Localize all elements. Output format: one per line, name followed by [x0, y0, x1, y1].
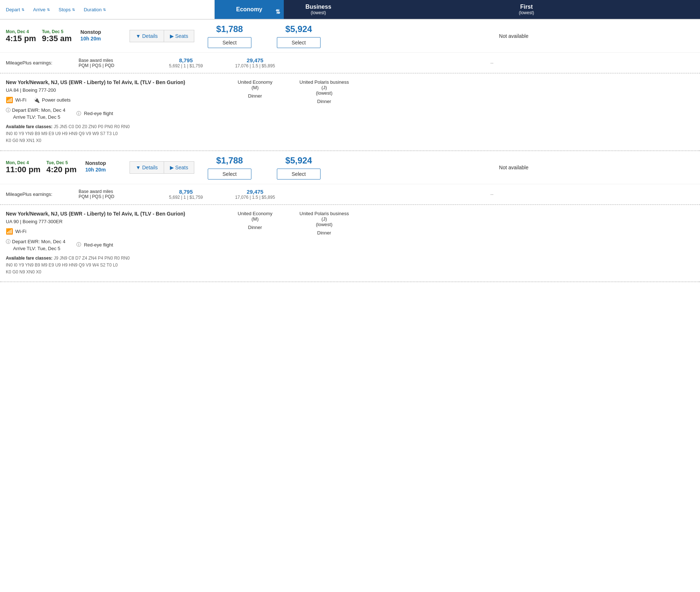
- flight-1-depart-block: Mon, Dec 4 4:15 pm: [6, 29, 36, 43]
- flight-2-depart-time: 11:00 pm: [6, 165, 40, 174]
- flight-2-eco-cabin: United Economy (M) Dinner: [220, 211, 290, 276]
- flight-1-segment-row: New York/Newark, NJ, US (EWR - Liberty) …: [0, 73, 700, 150]
- flight-2-pqm-labels: Base award miles PQM | PQS | PQD: [79, 189, 151, 199]
- flight-2-economy-select-button[interactable]: Select: [208, 169, 252, 179]
- flight-1-first-cabin: [359, 79, 694, 145]
- flight-2-details-button[interactable]: ▼ Details: [130, 161, 164, 174]
- flight-1-stops-block: Nonstop 10h 20m: [80, 29, 101, 42]
- flight-1-eco-cabin: United Economy (M) Dinner: [220, 79, 290, 145]
- flight-1-depart-arrive-info: ⓘDepart EWR: Mon, Dec 4 Arrive TLV: Tue,…: [6, 107, 215, 120]
- flight-2-mileage-row: MileagePlus earnings: Base award miles P…: [0, 184, 700, 205]
- flight-1-first-unavailable: Not available: [333, 33, 694, 39]
- flight-1-pqm-labels: Base award miles PQM | PQS | PQD: [79, 58, 151, 68]
- flight-2-seats-button[interactable]: ▶ Seats: [164, 161, 195, 174]
- flight-2-segment-info: New York/Newark, NJ, US (EWR - Liberty) …: [6, 211, 220, 276]
- flight-2-economy-price: $1,788: [216, 155, 243, 166]
- flight-1-biz-cabin: United Polaris business (J) (lowest) Din…: [290, 79, 359, 145]
- flight-2-wifi: 📶 Wi-Fi: [6, 228, 26, 235]
- flight-1-times: Mon, Dec 4 4:15 pm Tue, Dec 5 9:35 am No…: [6, 29, 130, 43]
- info-icon-2: ⓘ: [76, 110, 81, 117]
- flight-2-actions: ▼ Details ▶ Seats: [130, 161, 195, 174]
- flight-2-depart-arrive-info: ⓘDepart EWR: Mon, Dec 4 Arrive TLV: Tue,…: [6, 238, 215, 251]
- flight-2-flight-number: UA 90 | Boeing 777-300ER: [6, 219, 215, 224]
- economy-sort-arrow: ⇅: [275, 8, 280, 15]
- info-icon-3: ⓘ: [6, 239, 11, 244]
- flight-1-segment-info: New York/Newark, NJ, US (EWR - Liberty) …: [6, 79, 220, 145]
- flight-2-arrive-date: Tue, Dec 5: [46, 160, 76, 165]
- flight-2-biz-cabin: United Polaris business (J) (lowest) Din…: [290, 211, 359, 276]
- flight-2-depart-block: Mon, Dec 4 11:00 pm: [6, 160, 40, 174]
- flight-2-business-select-button[interactable]: Select: [277, 169, 321, 179]
- flight-2-arrive-time: 4:20 pm: [46, 165, 76, 174]
- flight-2-fare-classes: Available fare classes: J9 JN9 C8 D7 Z4 …: [6, 255, 215, 276]
- sort-arrive-arrow: ⇅: [47, 8, 50, 12]
- flight-2-route: New York/Newark, NJ, US (EWR - Liberty) …: [6, 211, 215, 217]
- sort-stops[interactable]: Stops ⇅: [59, 7, 75, 12]
- flight-1-main-row: Mon, Dec 4 4:15 pm Tue, Dec 5 9:35 am No…: [0, 20, 700, 53]
- flight-1-depart-time: 4:15 pm: [6, 34, 36, 43]
- flight-2-first-unavailable: Not available: [333, 165, 694, 170]
- flight-1-mileage-first: --: [290, 60, 694, 66]
- flight-1-mileage-biz: 29,475 17,076 | 1.5 | $5,895: [220, 57, 290, 68]
- power-icon: 🔌: [33, 97, 40, 103]
- flight-2-mileage-eco: 8,795 5,692 | 1 | $1,759: [151, 189, 220, 200]
- flight-2-mileage-biz: 29,475 17,076 | 1.5 | $5,895: [220, 189, 290, 200]
- flight-1-power: 🔌 Power outlets: [33, 97, 71, 103]
- flight-2-mileage-label: MileagePlus earnings:: [6, 192, 79, 197]
- flight-1-mileage-row: MileagePlus earnings: Base award miles P…: [0, 53, 700, 73]
- flight-2-stops-block: Nonstop 10h 20m: [85, 160, 106, 173]
- flight-2-arrive-block: Tue, Dec 5 4:20 pm: [46, 160, 76, 174]
- flight-1-economy-select-button[interactable]: Select: [208, 37, 252, 48]
- info-icon-4: ⓘ: [76, 241, 81, 248]
- flight-1-depart-date: Mon, Dec 4: [6, 29, 36, 34]
- flight-1-amenities: 📶 Wi-Fi 🔌 Power outlets: [6, 96, 215, 103]
- flight-1-duration: 10h 20m: [80, 36, 101, 42]
- economy-header: Economy ⇅: [215, 0, 284, 19]
- sort-stops-arrow: ⇅: [72, 8, 75, 12]
- flight-2-business-price-col: $5,924 Select: [264, 155, 333, 179]
- flight-2-segment-row: New York/Newark, NJ, US (EWR - Liberty) …: [0, 205, 700, 282]
- flight-2-amenities: 📶 Wi-Fi: [6, 228, 215, 235]
- flight-1-arrive-block: Tue, Dec 5 9:35 am: [42, 29, 72, 43]
- flight-1-mileage-label: MileagePlus earnings:: [6, 60, 79, 66]
- sort-duration[interactable]: Duration ⇅: [84, 7, 106, 12]
- flight-2-first-cabin: [359, 211, 694, 276]
- flight-2-business-price: $5,924: [285, 155, 312, 166]
- flight-1-economy-price-col: $1,788 Select: [195, 24, 264, 48]
- flight-2-stops: Nonstop: [85, 160, 106, 166]
- flight-1-actions: ▼ Details ▶ Seats: [130, 30, 195, 42]
- flight-1-business-select-button[interactable]: Select: [277, 37, 321, 48]
- flight-2-economy-price-col: $1,788 Select: [195, 155, 264, 179]
- flight-1-economy-price: $1,788: [216, 24, 243, 34]
- flight-result-1: Mon, Dec 4 4:15 pm Tue, Dec 5 9:35 am No…: [0, 20, 700, 151]
- flight-1-route: New York/Newark, NJ, US (EWR - Liberty) …: [6, 79, 215, 85]
- wifi-icon: 📶: [6, 96, 13, 103]
- flight-1-flight-number: UA 84 | Boeing 777-200: [6, 87, 215, 93]
- flight-1-arrive-time: 9:35 am: [42, 34, 72, 43]
- flight-2-main-row: Mon, Dec 4 11:00 pm Tue, Dec 5 4:20 pm N…: [0, 151, 700, 184]
- flight-2-depart-date: Mon, Dec 4: [6, 160, 40, 165]
- info-icon-1: ⓘ: [6, 107, 11, 113]
- flight-1-seats-button[interactable]: ▶ Seats: [164, 30, 195, 42]
- flight-1-wifi: 📶 Wi-Fi: [6, 96, 26, 103]
- flight-1-stops: Nonstop: [80, 29, 101, 35]
- sort-depart-arrow: ⇅: [21, 8, 24, 12]
- flight-1-details: MileagePlus earnings: Base award miles P…: [0, 53, 700, 150]
- flight-1-business-price: $5,924: [285, 24, 312, 34]
- flight-2-duration: 10h 20m: [85, 167, 106, 173]
- flight-1-mileage-eco: 8,795 5,692 | 1 | $1,759: [151, 57, 220, 68]
- wifi-icon-2: 📶: [6, 228, 13, 235]
- flight-1-arrive-date: Tue, Dec 5: [42, 29, 72, 34]
- sort-arrive[interactable]: Arrive ⇅: [33, 7, 50, 12]
- flight-2-times: Mon, Dec 4 11:00 pm Tue, Dec 5 4:20 pm N…: [6, 160, 130, 174]
- flight-1-business-price-col: $5,924 Select: [264, 24, 333, 48]
- sort-duration-arrow: ⇅: [103, 8, 106, 12]
- business-header: Business (lowest) ↓: [284, 0, 353, 19]
- flight-2-details: MileagePlus earnings: Base award miles P…: [0, 184, 700, 282]
- sort-depart[interactable]: Depart ⇅: [6, 7, 24, 12]
- sort-columns: Depart ⇅ Arrive ⇅ Stops ⇅ Duration ⇅: [0, 0, 215, 19]
- flight-2-mileage-first: --: [290, 192, 694, 197]
- flight-result-2: Mon, Dec 4 11:00 pm Tue, Dec 5 4:20 pm N…: [0, 151, 700, 283]
- flight-1-details-button[interactable]: ▼ Details: [130, 30, 164, 42]
- results-header: Depart ⇅ Arrive ⇅ Stops ⇅ Duration ⇅ Eco…: [0, 0, 700, 20]
